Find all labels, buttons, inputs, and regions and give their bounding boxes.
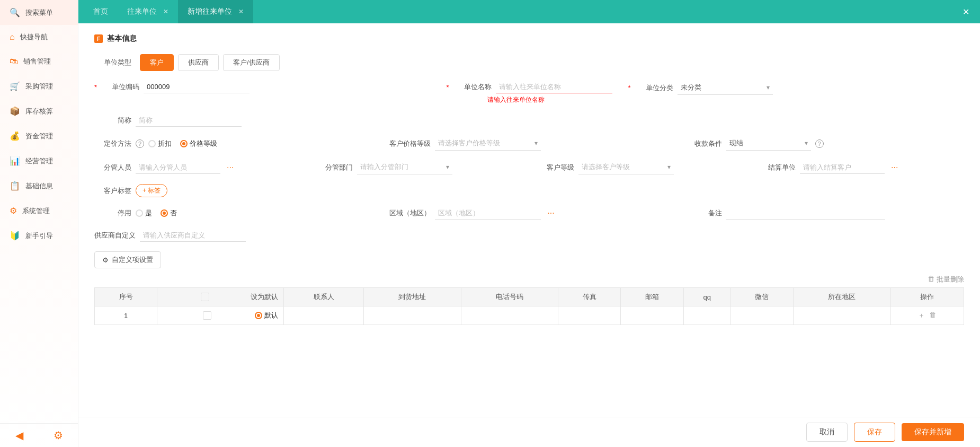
cell-fax[interactable] <box>558 306 621 325</box>
sidebar-item-purchase[interactable]: 🛒 采购管理 <box>0 74 78 99</box>
supplier-custom-input[interactable] <box>140 229 246 242</box>
sidebar-item-quick-nav[interactable]: ⌂ 快捷导航 <box>0 25 78 49</box>
payment-help-icon[interactable]: ? <box>815 139 824 148</box>
note-input[interactable] <box>726 207 885 220</box>
sidebar-item-label: 经营管理 <box>25 156 53 166</box>
unit-code-name-row: * 单位编码 * 单位名称 请输入往来单位名称 * 单位分类 未分类 <box>94 81 964 104</box>
col-email: 邮箱 <box>621 288 683 306</box>
cancel-button[interactable]: 取消 <box>806 423 848 442</box>
sidebar-item-operations[interactable]: 📊 经营管理 <box>0 148 78 173</box>
radio-price-level-circle <box>180 140 188 147</box>
sidebar-item-sales[interactable]: 🛍 销售管理 <box>0 49 78 74</box>
tab-contacts[interactable]: 往来单位 ✕ <box>118 0 178 23</box>
save-button[interactable]: 保存 <box>854 423 895 442</box>
chevron-down-icon: ▾ <box>667 163 671 171</box>
unit-category-select[interactable]: 未分类 ▾ <box>678 81 773 95</box>
unit-category-label: 单位分类 <box>636 83 673 93</box>
disable-region-row: 停用 是 否 区域（地区） ··· 备注 <box>94 207 964 220</box>
col-default: 设为默认 <box>157 288 284 306</box>
pricing-row: 定价方法 ? 折扣 价格等级 客户价格等级 请选择客户价格等级 <box>94 136 964 151</box>
col-qq: qq <box>683 288 730 306</box>
tab-new-contact[interactable]: 新增往来单位 ✕ <box>178 0 253 23</box>
cell-region[interactable] <box>794 306 891 325</box>
section-basic-info: F 基本信息 <box>94 34 964 43</box>
radio-yes-label: 是 <box>145 208 152 218</box>
unit-name-input[interactable] <box>496 81 612 93</box>
tab-home[interactable]: 首页 <box>84 0 118 23</box>
unit-code-input[interactable] <box>144 81 250 93</box>
sidebar-settings-btn[interactable]: ⚙ <box>39 424 78 447</box>
supplier-custom-label: 供应商自定义 <box>94 231 136 240</box>
payment-terms-select[interactable]: 现结 ▾ <box>726 136 811 151</box>
settlement-input[interactable] <box>800 161 885 174</box>
tab-contacts-close[interactable]: ✕ <box>163 8 168 15</box>
cell-wechat[interactable] <box>730 306 793 325</box>
department-field: 分管部门 请输入分管部门 ▾ <box>316 160 521 174</box>
type-btn-both[interactable]: 客户/供应商 <box>223 54 280 71</box>
save-new-button[interactable]: 保存并新增 <box>902 423 964 441</box>
settings-gear-icon: ⚙ <box>102 256 109 264</box>
window-close-btn[interactable]: ✕ <box>957 7 975 17</box>
manager-ellipsis[interactable]: ··· <box>225 163 236 172</box>
department-placeholder: 请输入分管部门 <box>360 162 408 172</box>
add-row-btn[interactable]: ＋ <box>918 311 925 320</box>
sidebar-item-inventory[interactable]: 📦 库存核算 <box>0 99 78 124</box>
customer-price-select[interactable]: 请选择客户价格等级 ▾ <box>435 136 541 151</box>
cell-contact[interactable] <box>284 306 364 325</box>
department-select[interactable]: 请输入分管部门 ▾ <box>357 160 452 174</box>
manager-input[interactable] <box>136 161 220 174</box>
add-tag-btn[interactable]: + 标签 <box>136 184 167 197</box>
pricing-help-icon[interactable]: ? <box>136 139 144 148</box>
type-btn-customer[interactable]: 客户 <box>140 54 174 71</box>
header-checkbox[interactable] <box>201 293 209 301</box>
chevron-down-icon: ▾ <box>446 163 449 171</box>
sidebar-item-finance[interactable]: 💰 资金管理 <box>0 124 78 148</box>
unit-type-label: 单位类型 <box>94 58 131 67</box>
sidebar-item-label: 系统管理 <box>22 206 50 216</box>
customer-level-label: 客户等级 <box>537 163 574 172</box>
unit-type-btn-group: 客户 供应商 客户/供应商 <box>140 54 280 71</box>
region-ellipsis[interactable]: ··· <box>545 208 556 218</box>
radio-disable-no[interactable]: 否 <box>161 208 177 218</box>
row-checkbox[interactable] <box>203 311 211 320</box>
tab-new-contact-close[interactable]: ✕ <box>238 8 244 15</box>
sidebar-item-search[interactable]: 🔍 搜索菜单 <box>0 0 78 25</box>
sidebar-collapse-btn[interactable]: ◀ <box>0 424 39 447</box>
pricing-method-label: 定价方法 <box>94 139 131 148</box>
section-flag-icon: F <box>94 34 103 43</box>
type-btn-supplier[interactable]: 供应商 <box>178 54 219 71</box>
radio-disable-yes[interactable]: 是 <box>136 208 152 218</box>
unit-name-error: 请输入往来单位名称 <box>487 96 545 103</box>
col-region: 所在地区 <box>794 288 891 306</box>
sidebar-item-label: 库存核算 <box>25 107 53 116</box>
customer-tag-row: 客户标签 + 标签 <box>94 184 964 197</box>
abbreviation-row: 简称 <box>94 114 964 127</box>
table-header-row: 序号 设为默认 联系人 到货地址 电话号码 传真 邮箱 qq 微信 所在地区 <box>95 288 964 306</box>
radio-no-label: 否 <box>170 208 177 218</box>
sidebar-item-system[interactable]: ⚙ 系统管理 <box>0 198 78 223</box>
abbreviation-input[interactable] <box>136 114 242 127</box>
delete-row-btn[interactable]: 🗑 <box>929 311 936 320</box>
radio-price-level[interactable]: 价格等级 <box>180 139 217 148</box>
settlement-ellipsis[interactable]: ··· <box>889 163 900 172</box>
main-area: 首页 往来单位 ✕ 新增往来单位 ✕ ✕ F 基本信息 单位类型 客户 供应商 <box>78 0 980 447</box>
sidebar-item-basic-info[interactable]: 📋 基础信息 <box>0 173 78 198</box>
batch-delete-label[interactable]: 批量删除 <box>937 275 964 284</box>
cell-qq[interactable] <box>683 306 730 325</box>
customer-level-select[interactable]: 请选择客户等级 ▾ <box>578 160 674 174</box>
region-input[interactable] <box>435 207 541 220</box>
col-contact: 联系人 <box>284 288 364 306</box>
region-label: 区域（地区） <box>389 208 431 218</box>
sidebar-item-guide[interactable]: 🔰 新手引导 <box>0 223 78 248</box>
chevron-down-icon: ▾ <box>767 84 770 91</box>
unit-category-field: * 单位分类 未分类 ▾ <box>628 81 964 95</box>
table-row: 1 默认 <box>95 306 964 325</box>
cell-email[interactable] <box>621 306 683 325</box>
home-icon: ⌂ <box>10 32 15 42</box>
custom-settings-btn[interactable]: ⚙ 自定义项设置 <box>94 251 161 268</box>
radio-discount[interactable]: 折扣 <box>148 139 172 148</box>
disable-label: 停用 <box>94 208 131 218</box>
cell-phone[interactable] <box>461 306 558 325</box>
default-radio-circle[interactable] <box>255 312 262 319</box>
cell-address[interactable] <box>364 306 461 325</box>
